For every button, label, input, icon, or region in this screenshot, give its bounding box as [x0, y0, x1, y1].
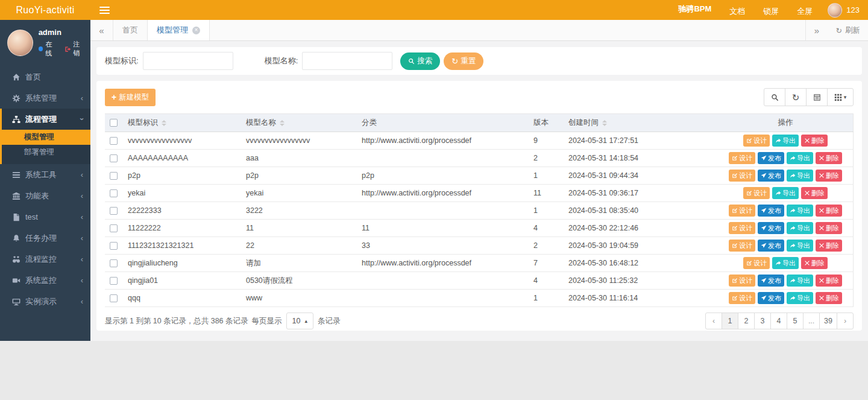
sidebar-item-home[interactable]: 首页 [0, 66, 90, 87]
delete-button[interactable]: 删除 [801, 187, 828, 199]
export-button[interactable]: 导出 [772, 257, 799, 269]
sidebar-item-process-monitor[interactable]: 流程监控‹ [0, 249, 90, 270]
sidebar-toggle-button[interactable] [90, 0, 118, 20]
design-button[interactable]: 设计 [729, 205, 755, 217]
page-button-4[interactable]: 4 [770, 313, 787, 329]
next-page-button[interactable]: › [837, 313, 854, 329]
delete-button[interactable]: 删除 [816, 205, 842, 217]
design-button[interactable]: 设计 [729, 292, 755, 304]
search-toggle-button[interactable] [764, 88, 785, 106]
sidebar-item-test[interactable]: test‹ [0, 206, 90, 227]
sidebar-item-demo[interactable]: 实例演示‹ [0, 291, 90, 312]
design-button[interactable]: 设计 [729, 170, 755, 182]
delete-button[interactable]: 删除 [816, 222, 842, 234]
column-header-id[interactable]: 模型标识 [123, 114, 241, 132]
delete-button[interactable]: 删除 [801, 135, 828, 147]
row-checkbox[interactable] [110, 259, 118, 267]
user-menu[interactable]: 123 [828, 3, 860, 17]
delete-button[interactable]: 删除 [816, 170, 842, 182]
refresh-tab-button[interactable]: ↻ 刷新 [828, 20, 868, 40]
design-button[interactable]: 设计 [729, 240, 755, 252]
page-button-3[interactable]: 3 [754, 313, 771, 329]
tab-home[interactable]: 首页 [113, 20, 148, 40]
page-size-select[interactable]: 10 ▴ [286, 313, 313, 329]
page-button-5[interactable]: 5 [787, 313, 804, 329]
row-checkbox[interactable] [110, 277, 118, 285]
column-header-name[interactable]: 模型名称 [241, 114, 357, 132]
new-model-button[interactable]: + 新建模型 [105, 89, 156, 106]
row-checkbox[interactable] [110, 137, 118, 145]
sidebar-item-system-tools[interactable]: 系统工具‹ [0, 164, 90, 185]
sort-arrows-icon[interactable] [602, 120, 607, 126]
row-checkbox[interactable] [110, 189, 118, 197]
topbar-link-ccbpm[interactable]: 驰骋BPM [678, 4, 711, 14]
delete-button[interactable]: 删除 [816, 240, 842, 252]
design-button[interactable]: 设计 [729, 152, 755, 164]
search-button[interactable]: 搜索 [400, 52, 440, 70]
delete-label: 删除 [826, 224, 839, 233]
topbar-link-fullscreen[interactable]: 全屏 [794, 6, 813, 17]
column-header-created[interactable]: 创建时间 [564, 114, 718, 132]
cell-created: 2024-05-30 22:12:46 [564, 220, 718, 237]
delete-button[interactable]: 删除 [816, 275, 842, 287]
page-button-2[interactable]: 2 [738, 313, 755, 329]
design-button[interactable]: 设计 [743, 187, 770, 199]
select-all-checkbox[interactable] [110, 119, 118, 127]
row-checkbox[interactable] [110, 207, 118, 215]
export-button[interactable]: 导出 [787, 275, 813, 287]
sidebar-item-system-monitor[interactable]: 系统监控‹ [0, 270, 90, 291]
page-button-1[interactable]: 1 [722, 313, 738, 329]
row-checkbox[interactable] [110, 172, 118, 180]
sidebar-item-deploy-mgmt[interactable]: 部署管理 [2, 145, 90, 160]
row-checkbox[interactable] [110, 294, 118, 302]
publish-button[interactable]: 发布 [758, 152, 784, 164]
sort-arrows-icon[interactable] [162, 120, 166, 126]
sidebar-item-model-mgmt[interactable]: 模型管理 [2, 130, 90, 145]
reset-button[interactable]: ↻ 重置 [444, 52, 483, 70]
prev-page-button[interactable]: ‹ [705, 313, 722, 329]
export-button[interactable]: 导出 [772, 187, 799, 199]
logout-link[interactable]: 注销 [64, 40, 86, 58]
publish-button[interactable]: 发布 [758, 292, 784, 304]
sidebar-item-function-table[interactable]: 功能表‹ [0, 185, 90, 206]
row-checkbox[interactable] [110, 154, 118, 162]
export-button[interactable]: 导出 [787, 240, 813, 252]
page-button-39[interactable]: 39 [819, 313, 837, 329]
avatar[interactable] [7, 30, 33, 56]
tabs-scroll-left-button[interactable]: « [90, 20, 113, 40]
publish-button[interactable]: 发布 [758, 275, 784, 287]
publish-button[interactable]: 发布 [758, 240, 784, 252]
design-button[interactable]: 设计 [743, 257, 770, 269]
sidebar-item-task-handling[interactable]: 任务办理‹ [0, 227, 90, 249]
export-button[interactable]: 导出 [787, 292, 813, 304]
card-view-button[interactable] [806, 88, 828, 106]
refresh-button[interactable]: ↻ [785, 88, 807, 106]
design-button[interactable]: 设计 [743, 135, 770, 147]
publish-button[interactable]: 发布 [758, 170, 784, 182]
publish-button[interactable]: 发布 [758, 222, 784, 234]
publish-button[interactable]: 发布 [758, 205, 784, 217]
sidebar-item-system-mgmt[interactable]: 系统管理‹ [0, 87, 90, 109]
design-button[interactable]: 设计 [729, 275, 755, 287]
export-button[interactable]: 导出 [787, 222, 813, 234]
delete-button[interactable]: 删除 [816, 292, 842, 304]
delete-button[interactable]: 删除 [801, 257, 828, 269]
topbar-link-lock-screen[interactable]: 锁屏 [760, 6, 779, 17]
row-checkbox[interactable] [110, 242, 118, 250]
model-name-input[interactable] [302, 52, 392, 70]
export-button[interactable]: 导出 [772, 135, 799, 147]
row-checkbox[interactable] [110, 224, 118, 232]
tab-model-mgmt[interactable]: 模型管理× [148, 20, 210, 40]
sort-arrows-icon[interactable] [280, 120, 285, 126]
design-button[interactable]: 设计 [729, 222, 755, 234]
tabs-scroll-right-button[interactable]: » [805, 20, 828, 40]
model-key-input[interactable] [143, 52, 233, 70]
sidebar-item-process-mgmt[interactable]: 流程管理› [2, 109, 90, 130]
delete-button[interactable]: 删除 [816, 152, 842, 164]
export-button[interactable]: 导出 [787, 205, 813, 217]
export-button[interactable]: 导出 [787, 170, 813, 182]
export-button[interactable]: 导出 [787, 152, 813, 164]
topbar-link-docs[interactable]: ?文档 [726, 6, 745, 17]
columns-button[interactable]: ▾ [827, 88, 854, 106]
close-icon[interactable]: × [192, 27, 200, 34]
